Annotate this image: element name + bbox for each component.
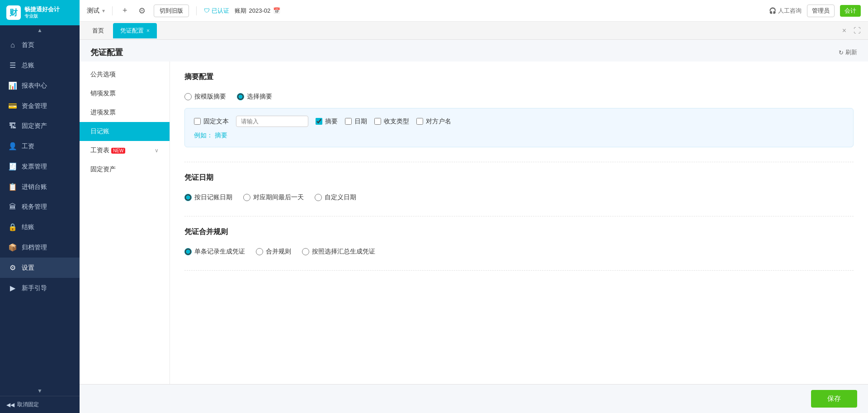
consult-button[interactable]: 🎧 人工咨询: [769, 7, 802, 15]
company-selector[interactable]: 测试 ▾: [87, 7, 105, 15]
tab-voucher-config[interactable]: 凭证配置 ×: [113, 23, 157, 38]
sidebar-item-guide[interactable]: ▶ 新手引导: [0, 278, 80, 298]
fixed-text-input[interactable]: [236, 116, 308, 127]
headset-icon: 🎧: [769, 7, 776, 14]
sidebar-label-sales-ledger: 进销台账: [22, 183, 47, 191]
radio-select-text: 选择摘要: [247, 93, 272, 101]
role-badge: 会计: [840, 5, 861, 17]
main-layout: 公共选项 销项发票 进项发票 日记账 工资表 NEW ∨: [80, 61, 868, 384]
checkbox-abstract-label[interactable]: 摘要: [316, 117, 338, 126]
nav-label-payroll: 工资表: [90, 146, 109, 155]
manager-button[interactable]: 管理员: [807, 5, 835, 17]
radio-last-day[interactable]: [243, 194, 250, 201]
radio-merge-rule[interactable]: [256, 248, 263, 255]
company-name: 测试: [87, 7, 99, 15]
date-label: 日期: [354, 117, 367, 126]
radio-custom-date-label[interactable]: 自定义日期: [315, 193, 356, 202]
radio-summary-gen-label[interactable]: 按照选择汇总生成凭证: [302, 248, 375, 256]
sidebar-item-invoice[interactable]: 🧾 发票管理: [0, 156, 80, 177]
nav-label-sales: 销项发票: [90, 89, 116, 98]
checkbox-fixed-text[interactable]: [194, 118, 201, 125]
radio-single[interactable]: [184, 248, 192, 255]
radio-journal-date-label[interactable]: 按日记账日期: [184, 193, 232, 202]
nav-item-purchase[interactable]: 进项发票: [80, 103, 170, 122]
radio-merge-rule-label[interactable]: 合并规则: [256, 248, 291, 256]
sidebar-item-settings[interactable]: ⚙ 设置: [0, 258, 80, 278]
divider-3: [184, 270, 854, 271]
tab-expand-icon[interactable]: ⛶: [852, 25, 863, 37]
radio-template-text: 按模版摘要: [194, 93, 226, 101]
section-date-title: 凭证日期: [184, 173, 854, 186]
sidebar-nav: ⌂ 首页 ☰ 总账 📊 报表中心 💳 资金管理 🏗 固定资产 👤 工资 🧾 发票…: [0, 35, 80, 386]
radio-template-label[interactable]: 按模版摘要: [184, 93, 226, 101]
nav-item-journal[interactable]: 日记账: [80, 122, 170, 141]
nav-item-sales[interactable]: 销项发票: [80, 84, 170, 103]
tab-home[interactable]: 首页: [85, 23, 111, 38]
sidebar-scroll-down[interactable]: ▼: [0, 386, 80, 396]
checkbox-payment-type[interactable]: [374, 118, 381, 125]
tab-bar-right: × ⛶: [840, 25, 863, 37]
radio-journal-date-text: 按日记账日期: [194, 193, 232, 202]
calendar-icon[interactable]: 📅: [273, 7, 280, 14]
save-button[interactable]: 保存: [811, 390, 857, 408]
sidebar-item-capital[interactable]: 💳 资金管理: [0, 96, 80, 116]
checkbox-fixed-text-label[interactable]: 固定文本: [194, 117, 229, 126]
main-area: 测试 ▾ + ⚙ 切到旧版 🛡 已认证 账期 2023-02 📅 🎧 人工咨询 …: [80, 0, 868, 413]
radio-single-label[interactable]: 单条记录生成凭证: [184, 248, 245, 256]
divider-1: [184, 162, 854, 162]
checkbox-counterparty-label[interactable]: 对方户名: [416, 117, 451, 126]
right-content: 摘要配置 按模版摘要 选择摘要: [170, 61, 868, 384]
settings-gear-button[interactable]: ⚙: [136, 4, 148, 18]
checkbox-counterparty[interactable]: [416, 118, 423, 125]
sidebar-item-payroll[interactable]: 👤 工资: [0, 136, 80, 156]
sidebar-pin-toggle[interactable]: ◀◀ 取消固定: [0, 396, 80, 413]
page-title: 凭证配置: [90, 47, 123, 58]
abstract-label: 摘要: [325, 117, 338, 126]
sidebar-label-assets: 固定资产: [22, 122, 47, 130]
checkbox-abstract[interactable]: [316, 118, 322, 125]
radio-custom-date[interactable]: [315, 194, 322, 201]
radio-summary-gen[interactable]: [302, 248, 309, 255]
summary-example: 例如： 摘要: [194, 131, 844, 140]
home-icon: ⌂: [8, 41, 17, 49]
sidebar-scroll-up[interactable]: ▲: [0, 25, 80, 35]
sidebar-item-assets[interactable]: 🏗 固定资产: [0, 116, 80, 136]
sidebar-item-ledger[interactable]: ☰ 总账: [0, 55, 80, 75]
pin-icon: ◀◀: [6, 402, 14, 408]
add-button[interactable]: +: [120, 4, 130, 17]
tab-close-icon[interactable]: ×: [146, 28, 150, 34]
radio-last-day-label[interactable]: 对应期间最后一天: [243, 193, 304, 202]
radio-template[interactable]: [184, 93, 192, 100]
sidebar-label-payroll: 工资: [22, 142, 34, 150]
sidebar-item-archive[interactable]: 📦 归档管理: [0, 237, 80, 258]
payment-type-label: 收支类型: [384, 117, 409, 126]
tab-active-label: 凭证配置: [120, 27, 144, 35]
radio-last-day-text: 对应期间最后一天: [253, 193, 304, 202]
sidebar-item-home[interactable]: ⌂ 首页: [0, 35, 80, 55]
checkbox-date[interactable]: [345, 118, 352, 125]
checkbox-payment-type-label[interactable]: 收支类型: [374, 117, 409, 126]
nav-item-public[interactable]: 公共选项: [80, 65, 170, 84]
radio-journal-date[interactable]: [184, 194, 192, 201]
nav-item-asset[interactable]: 固定资产: [80, 160, 170, 179]
radio-select-label[interactable]: 选择摘要: [237, 93, 272, 101]
period-label: 账期: [235, 7, 246, 15]
checkbox-date-label[interactable]: 日期: [345, 117, 367, 126]
sidebar-item-reports[interactable]: 📊 报表中心: [0, 75, 80, 96]
nav-item-payroll[interactable]: 工资表 NEW ∨: [80, 141, 170, 160]
guide-icon: ▶: [8, 284, 17, 292]
reports-icon: 📊: [8, 81, 17, 90]
tab-close-window-icon[interactable]: ×: [840, 25, 848, 37]
sidebar-item-sales-ledger[interactable]: 📋 进销台账: [0, 177, 80, 197]
refresh-label: 刷新: [845, 48, 857, 56]
radio-select[interactable]: [237, 93, 244, 100]
switch-version-button[interactable]: 切到旧版: [154, 5, 189, 17]
certified-label: 已认证: [212, 7, 229, 15]
new-badge: NEW: [111, 148, 125, 154]
app-logo: 财 畅捷通好会计 专业版: [0, 0, 80, 25]
sidebar-item-close[interactable]: 🔒 结账: [0, 217, 80, 237]
radio-merge-rule-text: 合并规则: [266, 248, 291, 256]
topbar: 测试 ▾ + ⚙ 切到旧版 🛡 已认证 账期 2023-02 📅 🎧 人工咨询 …: [80, 0, 868, 22]
refresh-button[interactable]: ↻ 刷新: [839, 48, 857, 56]
sidebar-item-tax[interactable]: 🏛 税务管理: [0, 197, 80, 217]
